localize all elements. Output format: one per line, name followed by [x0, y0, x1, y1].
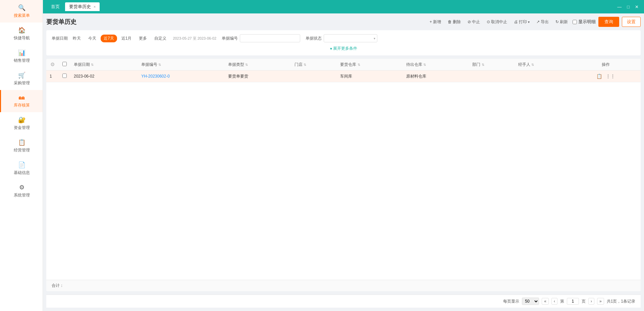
col-label-handler: 经手人 [518, 62, 530, 67]
prev-page-button[interactable]: ‹ [551, 298, 557, 305]
search-menu-icon: 🔍 [18, 4, 25, 11]
date-btn-自定义[interactable]: 自定义 [151, 35, 169, 42]
date-range-buttons: 昨天今天近7天近1月更多自定义 [70, 35, 169, 42]
more-row-button[interactable]: ⋮⋮ [604, 73, 616, 80]
next-page-button[interactable]: › [588, 298, 594, 305]
sidebar-item-finance[interactable]: 🔐 资金管理 [0, 112, 43, 135]
col-header-pending_warehouse[interactable]: 待出仓库 ⇅ [403, 59, 469, 71]
cancel-stop-button[interactable]: ⊙ 取消中止 [485, 18, 509, 26]
refresh-button[interactable]: ↻ 刷新 [553, 18, 570, 26]
refresh-icon: ↻ [555, 19, 559, 24]
sidebar-label-sales: 销售管理 [14, 58, 30, 63]
table-row: 12023-06-02YH-20230602-0要货单要货车间库原材料仓库 📋 … [46, 71, 641, 82]
first-page-button[interactable]: « [542, 298, 549, 305]
cell-department [469, 71, 515, 82]
sidebar-item-quick-nav[interactable]: 🏠 快捷导航 [0, 23, 43, 45]
sort-icon-bill_type: ⇅ [245, 63, 248, 66]
basic-info-icon: 📄 [18, 161, 25, 169]
print-button[interactable]: 🖨 打印 ▾ [512, 18, 532, 26]
col-label-store: 门店 [294, 62, 303, 67]
col-label-pending_warehouse: 待出仓库 [406, 62, 422, 67]
print-icon: 🖨 [514, 19, 518, 24]
date-btn-近7天[interactable]: 近7天 [101, 35, 117, 42]
system-icon: ⚙ [19, 184, 24, 191]
col-header-department[interactable]: 部门 ⇅ [469, 59, 515, 71]
toolbar: + 新增 🗑 删除 ⊘ 中止 ⊙ 取消中止 🖨 打印 ▾ [428, 17, 641, 27]
date-btn-今天[interactable]: 今天 [85, 35, 99, 42]
cell-date: 2023-06-02 [70, 71, 138, 82]
stop-button[interactable]: ⊘ 中止 [466, 18, 482, 26]
expand-conditions-button[interactable]: ▾ 展开更多条件 [330, 46, 357, 51]
date-btn-昨天[interactable]: 昨天 [70, 35, 84, 42]
query-button[interactable]: 查询 [598, 17, 619, 27]
sort-icon-date: ⇅ [91, 63, 94, 66]
sort-icon-req_warehouse: ⇅ [358, 63, 360, 66]
sidebar-label-quick-nav: 快捷导航 [14, 35, 30, 41]
finance-icon: 🔐 [18, 116, 25, 124]
col-header-bill_type[interactable]: 单据类型 ⇅ [225, 59, 291, 71]
display-detail-checkbox-label[interactable]: 显示明细 [573, 19, 596, 25]
maximize-button[interactable]: □ [626, 4, 631, 10]
goto-label: 第 [560, 299, 564, 304]
page-header: 要货单历史 + 新增 🗑 删除 ⊘ 中止 ⊙ 取消中止 🖨 打印 [46, 17, 641, 27]
col-label-date: 单据日期 [74, 62, 90, 67]
bill-no-input[interactable] [240, 34, 300, 42]
select-all-checkbox[interactable] [62, 62, 67, 66]
sidebar-item-system[interactable]: ⚙ 系统管理 [0, 180, 43, 202]
cell-ops: 📋 ⋮⋮ [571, 71, 641, 82]
sort-icon-department: ⇅ [482, 63, 484, 66]
page-title: 要货单历史 [46, 18, 76, 26]
filter-row-1: 单据日期 昨天今天近7天近1月更多自定义 2023-05-27 至 2023-0… [52, 34, 635, 42]
filter-expand-row: ▾ 展开更多条件 [52, 46, 635, 51]
date-btn-近1月[interactable]: 近1月 [118, 35, 135, 42]
cell-handler [515, 71, 571, 82]
quick-nav-icon: 🏠 [18, 27, 25, 34]
chevron-down-icon: ▾ [330, 46, 332, 51]
page-input[interactable] [567, 298, 579, 305]
col-header-bill_no[interactable]: 单据编号 ⇅ [138, 59, 225, 71]
tab-requisition-history[interactable]: 要货单历史× [65, 2, 100, 11]
sort-icon-handler: ⇅ [531, 63, 534, 66]
col-header-handler[interactable]: 经手人 ⇅ [515, 59, 571, 71]
new-button[interactable]: + 新增 [428, 18, 443, 26]
edit-row-button[interactable]: 📋 [595, 73, 603, 80]
col-header-ops: 操作 [571, 59, 641, 71]
sidebar-item-purchase[interactable]: 🛒 采购管理 [0, 68, 43, 90]
row-checkbox-0[interactable] [62, 74, 67, 78]
status-select[interactable] [324, 34, 377, 42]
sidebar-label-search-menu: 搜索菜单 [14, 13, 30, 18]
cancel-stop-icon: ⊙ [487, 19, 490, 24]
filter-bar: 单据日期 昨天今天近7天近1月更多自定义 2023-05-27 至 2023-0… [46, 30, 641, 55]
display-detail-checkbox[interactable] [573, 20, 577, 24]
export-button[interactable]: ↗ 导出 [534, 18, 551, 26]
last-page-button[interactable]: » [597, 298, 604, 305]
col-header-date[interactable]: 单据日期 ⇅ [70, 59, 138, 71]
topbar: 首页要货单历史× — □ ✕ [43, 0, 644, 13]
date-btn-更多[interactable]: 更多 [136, 35, 150, 42]
bill-no-filter: 单据编号 [222, 34, 300, 42]
tab-home[interactable]: 首页 [47, 2, 64, 11]
tab-close-requisition-history[interactable]: × [94, 5, 96, 9]
sidebar-item-search-menu[interactable]: 🔍 搜索菜单 [0, 0, 43, 23]
col-header-req_warehouse[interactable]: 要货仓库 ⇅ [337, 59, 402, 71]
col-header-checkbox [58, 59, 70, 71]
close-window-button[interactable]: ✕ [634, 4, 640, 10]
bill-no-link[interactable]: YH-20230602-0 [141, 74, 170, 79]
page-size-label: 每页显示 [503, 299, 519, 304]
sidebar-item-operations[interactable]: 📋 经营管理 [0, 135, 43, 157]
col-label-bill_no: 单据编号 [141, 62, 157, 67]
minimize-button[interactable]: — [616, 4, 623, 10]
sidebar-item-sales[interactable]: 📊 销售管理 [0, 45, 43, 68]
sidebar: 🔍 搜索菜单 🏠 快捷导航 📊 销售管理 🛒 采购管理 🏘 库存核算 🔐 资金管… [0, 0, 43, 311]
purchase-icon: 🛒 [18, 72, 25, 79]
sidebar-item-basic-info[interactable]: 📄 基础信息 [0, 157, 43, 180]
delete-icon: 🗑 [448, 19, 452, 24]
stop-icon: ⊘ [468, 19, 471, 24]
sidebar-item-inventory[interactable]: 🏘 库存核算 [0, 90, 43, 112]
table-settings-icon[interactable]: ⚙ [50, 61, 55, 67]
sidebar-label-inventory: 库存核算 [14, 102, 30, 108]
page-size-select[interactable]: 2050100 [522, 298, 539, 305]
col-header-store[interactable]: 门店 ⇅ [291, 59, 337, 71]
settings-button[interactable]: 设置 [622, 17, 641, 27]
delete-button[interactable]: 🗑 删除 [446, 18, 463, 26]
